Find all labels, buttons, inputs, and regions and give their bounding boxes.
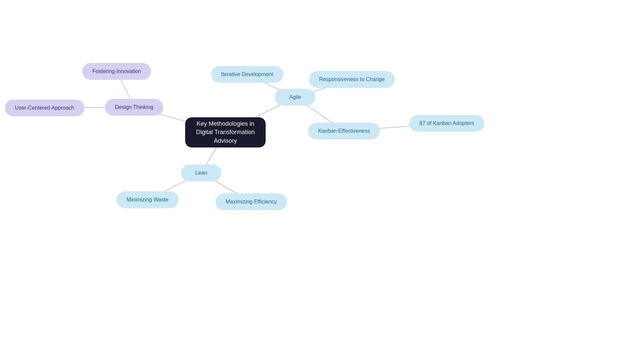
node-design-thinking: Design Thinking — [105, 99, 163, 116]
node-fostering-innovation: Fostering Innovation — [83, 63, 151, 80]
node-agile: Agile — [275, 89, 315, 106]
node-iterative-dev: Iterative Development — [211, 66, 283, 83]
node-kanban-adopters: 87 of Kanban Adopters — [410, 115, 484, 132]
node-responsiveness: Responsiveness to Change — [309, 71, 395, 88]
node-user-centered: User-Centered Approach — [5, 100, 85, 116]
node-kanban: Kanban Effectiveness — [308, 123, 380, 139]
node-minimizing-waste: Minimizing Waste — [117, 191, 179, 208]
connections-svg — [0, 0, 644, 363]
mindmap-container: Key Methodologies in Digital Transformat… — [0, 0, 644, 363]
node-lean: Lean — [181, 165, 221, 181]
node-maximizing-efficiency: Maximizing Efficiency — [216, 193, 287, 210]
node-center: Key Methodologies in Digital Transformat… — [185, 117, 266, 147]
